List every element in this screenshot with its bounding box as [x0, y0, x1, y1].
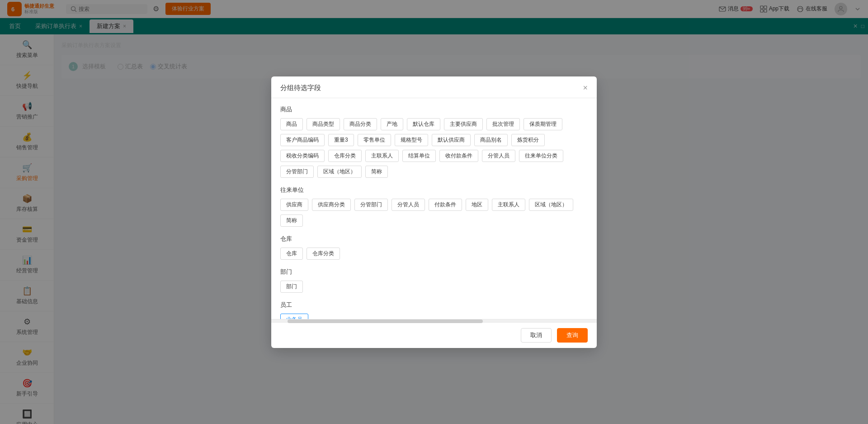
cancel-button[interactable]: 取消 [521, 328, 552, 343]
field-tag[interactable]: 商品分类 [344, 118, 377, 130]
field-tag[interactable]: 供应商分类 [312, 199, 351, 211]
field-tag[interactable]: 业务员 [280, 314, 308, 319]
main-content: 采购订单执行表方案设置 1 选择模板 汇总表 交叉统计表 [54, 34, 868, 424]
section-product: 商品 商品 商品类型 商品分类 产地 默认仓库 主要供应商 批次管理 保质期管理… [280, 105, 588, 178]
main-layout: 🔍 搜索菜单 ⚡ 快捷导航 📢 营销推广 💰 销售管理 🛒 采购管理 📦 库存核… [0, 34, 868, 424]
field-tag[interactable]: 主要供应商 [444, 118, 483, 130]
field-tag[interactable]: 付款条件 [429, 199, 462, 211]
modal-title: 分组待选字段 [280, 84, 321, 92]
field-tag[interactable]: 默认仓库 [407, 118, 440, 130]
modal-overlay: 分组待选字段 × 商品 商品 商品类型 商品分类 产地 默认仓库 [54, 34, 868, 424]
field-tag[interactable]: 重量3 [328, 134, 354, 146]
section-partner: 往来单位 供应商 供应商分类 分管部门 分管人员 付款条件 地区 主联系人 区域… [280, 186, 588, 227]
field-tags-warehouse: 仓库 仓库分类 [280, 248, 588, 260]
field-tag[interactable]: 炼货积分 [511, 134, 545, 146]
modal-header: 分组待选字段 × [271, 76, 597, 98]
field-tag[interactable]: 零售单位 [358, 134, 391, 146]
field-tag[interactable]: 商品别名 [474, 134, 508, 146]
field-selection-modal: 分组待选字段 × 商品 商品 商品类型 商品分类 产地 默认仓库 [271, 76, 597, 348]
field-tag[interactable]: 仓库 [280, 248, 303, 260]
modal-scroll-thumb [288, 319, 483, 323]
field-tags-product: 商品 商品类型 商品分类 产地 默认仓库 主要供应商 批次管理 保质期管理 客户… [280, 118, 588, 178]
section-warehouse-title: 仓库 [280, 235, 588, 243]
field-tag[interactable]: 批次管理 [486, 118, 520, 130]
field-tag[interactable]: 区域（地区） [317, 166, 362, 178]
field-tag[interactable]: 地区 [466, 199, 488, 211]
confirm-button[interactable]: 查询 [557, 328, 588, 343]
field-tags-partner: 供应商 供应商分类 分管部门 分管人员 付款条件 地区 主联系人 区域（地区） … [280, 199, 588, 227]
section-partner-title: 往来单位 [280, 186, 588, 194]
field-tag[interactable]: 产地 [381, 118, 403, 130]
section-employee-title: 员工 [280, 301, 588, 309]
field-tag[interactable]: 默认供应商 [432, 134, 471, 146]
modal-body[interactable]: 商品 商品 商品类型 商品分类 产地 默认仓库 主要供应商 批次管理 保质期管理… [271, 98, 597, 319]
field-tag[interactable]: 仓库分类 [328, 150, 362, 162]
field-tag[interactable]: 分管人员 [482, 150, 515, 162]
field-tag[interactable]: 仓库分类 [307, 248, 340, 260]
field-tag[interactable]: 简称 [365, 166, 388, 178]
field-tag[interactable]: 保质期管理 [524, 118, 562, 130]
field-tag[interactable]: 规格型号 [395, 134, 428, 146]
field-tag[interactable]: 供应商 [280, 199, 308, 211]
section-employee: 员工 业务员 [280, 301, 588, 319]
section-department-title: 部门 [280, 268, 588, 276]
field-tag[interactable]: 主联系人 [492, 199, 525, 211]
field-tag[interactable]: 商品类型 [307, 118, 340, 130]
modal-scroll-track[interactable] [271, 319, 597, 322]
field-tag[interactable]: 客户商品编码 [280, 134, 325, 146]
modal-close-btn[interactable]: × [583, 84, 588, 92]
field-tag[interactable]: 分管人员 [392, 199, 425, 211]
field-tag[interactable]: 部门 [280, 281, 303, 293]
field-tag[interactable]: 结算单位 [402, 150, 436, 162]
section-department: 部门 部门 [280, 268, 588, 293]
field-tag[interactable]: 区域（地区） [529, 199, 573, 211]
field-tag[interactable]: 分管部门 [280, 166, 314, 178]
section-warehouse: 仓库 仓库 仓库分类 [280, 235, 588, 260]
field-tag[interactable]: 往来单位分类 [519, 150, 563, 162]
field-tag[interactable]: 主联系人 [365, 150, 399, 162]
field-tag[interactable]: 简称 [280, 214, 303, 227]
field-tag[interactable]: 收付款条件 [439, 150, 478, 162]
field-tag[interactable]: 商品 [280, 118, 303, 130]
modal-footer: 取消 查询 [271, 322, 597, 348]
field-tags-employee: 业务员 [280, 314, 588, 319]
field-tag[interactable]: 分管部门 [354, 199, 388, 211]
field-tags-department: 部门 [280, 281, 588, 293]
section-product-title: 商品 [280, 105, 588, 114]
field-tag[interactable]: 税收分类编码 [280, 150, 325, 162]
